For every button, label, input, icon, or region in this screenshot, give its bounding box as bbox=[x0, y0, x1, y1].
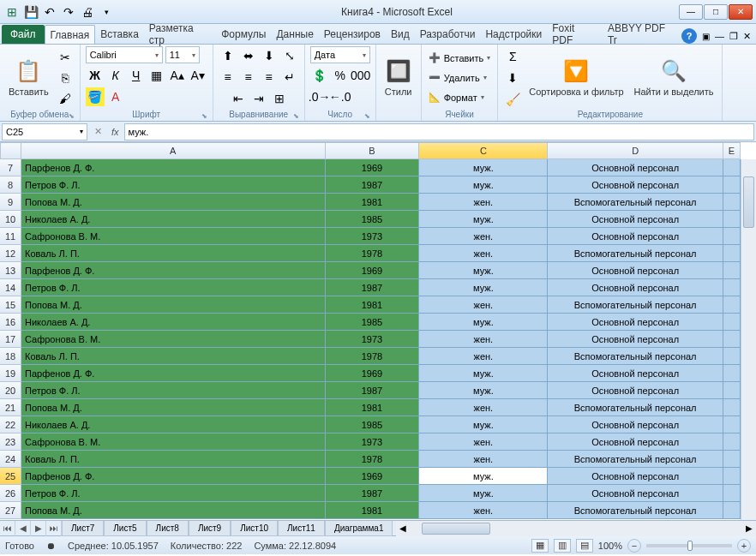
cell[interactable]: 1969 bbox=[326, 262, 420, 279]
row-header[interactable]: 20 bbox=[0, 382, 21, 399]
page-layout-view-icon[interactable]: ▥ bbox=[554, 539, 571, 553]
styles-button[interactable]: 🔲 Стили bbox=[381, 56, 416, 99]
increase-decimal-icon[interactable]: .0→ bbox=[310, 87, 329, 106]
zoom-level[interactable]: 100% bbox=[598, 541, 622, 551]
align-bottom-icon[interactable]: ⬇ bbox=[260, 46, 279, 65]
row-header[interactable]: 25 bbox=[0, 468, 21, 485]
cell[interactable]: Основной персонал bbox=[548, 365, 723, 382]
sheet-tab[interactable]: Лист7 bbox=[62, 521, 104, 536]
row-header[interactable]: 23 bbox=[0, 433, 21, 451]
cell[interactable]: Вспомогательный персонал bbox=[548, 451, 723, 468]
insert-cells-button[interactable]: ➕Вставить▾ bbox=[427, 50, 493, 67]
cell[interactable] bbox=[723, 399, 741, 416]
cell[interactable]: муж. bbox=[419, 314, 548, 331]
wrap-text-icon[interactable]: ↵ bbox=[280, 68, 299, 87]
cell[interactable]: 1987 bbox=[326, 176, 420, 194]
sort-filter-button[interactable]: 🔽 Сортировка и фильтр bbox=[525, 56, 627, 99]
cell[interactable]: 1969 bbox=[326, 468, 420, 485]
cell[interactable]: 1987 bbox=[326, 279, 420, 296]
row-header[interactable]: 18 bbox=[0, 348, 21, 365]
cell[interactable] bbox=[723, 194, 741, 211]
format-painter-icon[interactable]: 🖌 bbox=[56, 89, 75, 108]
zoom-slider[interactable] bbox=[646, 544, 732, 547]
font-color-button[interactable]: A bbox=[106, 87, 125, 106]
column-header[interactable]: E bbox=[723, 142, 741, 159]
cell[interactable]: муж. bbox=[419, 176, 548, 194]
fill-icon[interactable]: ⬇ bbox=[503, 69, 522, 87]
cell[interactable]: 1985 bbox=[326, 314, 420, 331]
cell[interactable]: Петров Ф. Л. bbox=[21, 485, 326, 502]
row-header[interactable]: 17 bbox=[0, 331, 21, 348]
ribbon-tab[interactable]: Разработчи bbox=[415, 25, 481, 44]
decrease-indent-icon[interactable]: ⇤ bbox=[229, 89, 248, 108]
cell[interactable]: Николаев А. Д. bbox=[21, 314, 326, 331]
close-button[interactable]: ✕ bbox=[729, 4, 753, 20]
formula-input[interactable] bbox=[124, 123, 754, 140]
cell[interactable]: Николаев А. Д. bbox=[21, 416, 326, 433]
cell[interactable]: 1981 bbox=[326, 296, 420, 314]
select-all-corner[interactable] bbox=[0, 142, 21, 159]
cell[interactable]: Петров Ф. Л. bbox=[21, 279, 326, 296]
cell[interactable]: муж. bbox=[419, 262, 548, 279]
cell[interactable]: Коваль Л. П. bbox=[21, 348, 326, 365]
cell[interactable]: Вспомогательный персонал bbox=[548, 502, 723, 519]
column-header[interactable]: C bbox=[419, 142, 548, 159]
ribbon-tab[interactable]: Вставка bbox=[95, 25, 144, 44]
column-header[interactable]: D bbox=[548, 142, 723, 159]
cell[interactable]: Основной персонал bbox=[548, 211, 723, 228]
cell[interactable]: Коваль Л. П. bbox=[21, 245, 326, 262]
minimize-ribbon-icon[interactable]: ▣ bbox=[702, 32, 710, 41]
cell[interactable]: Парфенов Д. Ф. bbox=[21, 468, 326, 485]
cell[interactable]: муж. bbox=[419, 365, 548, 382]
ribbon-tab[interactable]: Формулы bbox=[216, 25, 271, 44]
normal-view-icon[interactable]: ▦ bbox=[531, 539, 549, 553]
row-header[interactable]: 12 bbox=[0, 245, 21, 262]
cell[interactable]: Основной персонал bbox=[548, 416, 723, 433]
fx-icon[interactable]: fx bbox=[108, 127, 123, 137]
cell[interactable]: 1987 bbox=[326, 382, 420, 399]
cell[interactable]: Основной персонал bbox=[548, 382, 723, 399]
sheet-tab[interactable]: Лист10 bbox=[231, 521, 278, 536]
cell[interactable]: Основной персонал bbox=[548, 279, 723, 296]
cell[interactable]: муж. bbox=[419, 485, 548, 502]
cancel-formula-icon[interactable]: ✕ bbox=[89, 126, 106, 137]
cell[interactable]: жен. bbox=[419, 245, 548, 262]
find-select-button[interactable]: 🔍 Найти и выделить bbox=[631, 56, 717, 99]
scroll-left-icon[interactable]: ◀ bbox=[399, 523, 406, 533]
cell[interactable]: Парфенов Д. Ф. bbox=[21, 159, 326, 176]
cell[interactable]: жен. bbox=[419, 399, 548, 416]
sheet-next-icon[interactable]: ▶ bbox=[31, 521, 46, 536]
help-icon[interactable]: ? bbox=[681, 28, 697, 44]
cell[interactable]: жен. bbox=[419, 296, 548, 314]
row-header[interactable]: 14 bbox=[0, 279, 21, 296]
align-middle-icon[interactable]: ⬌ bbox=[239, 46, 258, 65]
cell[interactable]: жен. bbox=[419, 502, 548, 519]
cell[interactable]: жен. bbox=[419, 451, 548, 468]
cell[interactable]: 1973 bbox=[326, 228, 420, 245]
cell[interactable]: Николаев А. Д. bbox=[21, 211, 326, 228]
cell[interactable]: 1981 bbox=[326, 194, 420, 211]
cell[interactable]: 1981 bbox=[326, 502, 420, 519]
row-header[interactable]: 10 bbox=[0, 211, 21, 228]
row-header[interactable]: 13 bbox=[0, 262, 21, 279]
horizontal-scrollbar[interactable]: ◀ ▶ bbox=[396, 521, 756, 536]
cell[interactable]: 1987 bbox=[326, 485, 420, 502]
ribbon-tab[interactable]: Foxit PDF bbox=[547, 25, 603, 44]
decrease-decimal-icon[interactable]: ←.0 bbox=[331, 87, 350, 106]
cell[interactable]: муж. bbox=[419, 159, 548, 176]
cell[interactable]: Вспомогательный персонал bbox=[548, 399, 723, 416]
cell[interactable]: 1985 bbox=[326, 416, 420, 433]
currency-icon[interactable]: 💲 bbox=[310, 66, 329, 85]
row-header[interactable]: 21 bbox=[0, 399, 21, 416]
cell[interactable]: Сафронова В. М. bbox=[21, 433, 326, 451]
paste-button[interactable]: 📋 Вставить bbox=[5, 56, 52, 99]
name-box[interactable]: C25▾ bbox=[2, 123, 87, 140]
cell[interactable]: муж. bbox=[419, 279, 548, 296]
qat-customize-icon[interactable]: ▾ bbox=[98, 3, 115, 21]
cell[interactable]: 1969 bbox=[326, 159, 420, 176]
row-header[interactable]: 11 bbox=[0, 228, 21, 245]
cell[interactable]: Основной персонал bbox=[548, 331, 723, 348]
column-header[interactable]: B bbox=[326, 142, 420, 159]
cell[interactable]: 1978 bbox=[326, 245, 420, 262]
ribbon-tab[interactable]: Надстройки bbox=[480, 25, 547, 44]
